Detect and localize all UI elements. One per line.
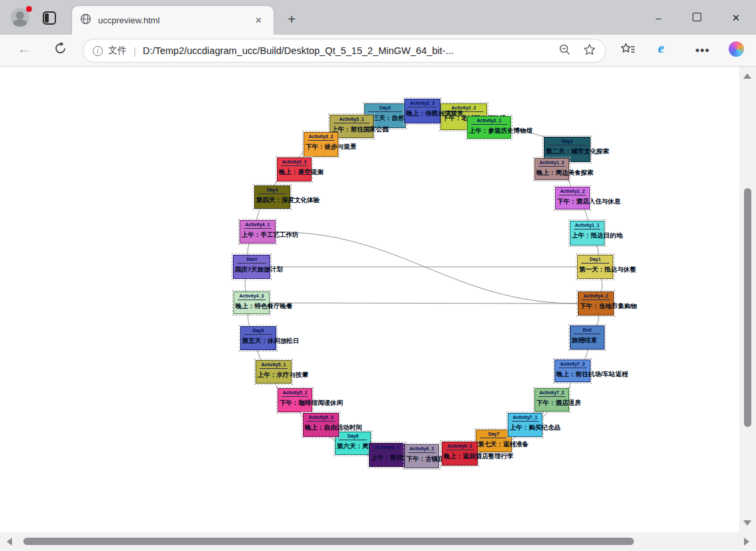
node-title: Activity7_1 — [508, 414, 542, 420]
scroll-left-arrow-icon[interactable] — [7, 538, 12, 546]
node-text: 下午：古镇探索与美食 — [405, 453, 438, 464]
node-text: 上午：抵达目的地 — [571, 229, 604, 240]
node-title: Day7 — [476, 430, 511, 436]
window-close-button[interactable]: ✕ — [726, 9, 746, 27]
workspaces-icon[interactable] — [41, 10, 57, 26]
horizontal-scrollbar[interactable] — [0, 532, 756, 551]
node-title: Day2 — [544, 137, 590, 143]
diagram-node-Activity7_1: Activity7_1上午：购买纪念品 — [508, 413, 542, 437]
diagram-node-Day1: Day1第一天：抵达与休整 — [577, 255, 613, 279]
node-text: 下午：当地市集购物 — [579, 300, 613, 311]
node-text: 晚上：前往机场/车站返程 — [555, 368, 590, 379]
node-title: Activity6_1 — [370, 444, 404, 450]
diagram-node-Activity2_1: Activity2_1上午：参观历史博物馆 — [467, 116, 511, 139]
ie-mode-icon[interactable]: e — [658, 40, 664, 57]
node-title: End — [571, 326, 604, 332]
diagram-node-End: End旅程结束 — [570, 326, 605, 350]
node-text: 晚上：自由活动时间 — [304, 422, 338, 432]
browser-tab[interactable]: uccpreview.html ✕ — [72, 6, 274, 35]
back-button[interactable]: ← — [17, 41, 31, 57]
address-bar[interactable]: i 文件 | D:/Temp2/uccdiagram_ucc/Build/Des… — [83, 39, 606, 63]
diagram-node-Day6: Day6第六天：周边城镇游 — [335, 432, 371, 455]
diagram-node-Activity5_3: Activity5_3晚上：自由活动时间 — [303, 413, 339, 437]
node-text: 晚上：周边美食探索 — [535, 167, 569, 177]
node-title: Day6 — [336, 432, 370, 438]
node-text: 下午：徒步与观景 — [304, 141, 338, 151]
url-scheme-label: 文件 — [108, 45, 127, 57]
page-info-icon[interactable]: i — [93, 46, 103, 56]
diagram-node-Day4: Day4第四天：深度文化体验 — [254, 185, 290, 209]
node-title: Activity2_3 — [405, 99, 440, 105]
diagram-node-Activity2_3: Activity2_3晚上：传统表演观赏 — [404, 99, 440, 123]
diagram-node-Activity7_2: Activity7_2下午：酒店退房 — [534, 388, 569, 412]
node-title: Activity6_2 — [405, 445, 438, 451]
node-text: 晚上：星空观测 — [278, 166, 311, 177]
window-maximize-button[interactable] — [693, 13, 701, 21]
refresh-button[interactable] — [53, 41, 67, 58]
favorite-star-icon[interactable] — [583, 43, 596, 59]
tab-title: uccpreview.html — [98, 15, 252, 25]
node-title: Activity3_2 — [304, 133, 338, 139]
diagram-node-Activity6_3: Activity6_3晚上：返回酒店整理行李 — [442, 442, 478, 466]
node-title: Activity7_2 — [535, 389, 569, 395]
node-title: Day3 — [365, 104, 405, 110]
node-title: Day5 — [241, 327, 276, 333]
vertical-scrollbar[interactable] — [739, 67, 756, 532]
node-title: Start — [234, 255, 270, 261]
node-text: 晚上：传统表演观赏 — [405, 107, 440, 118]
node-text: 上午：参观历史博物馆 — [468, 125, 510, 135]
diagram-node-Activity1_1: Activity1_1上午：抵达目的地 — [570, 221, 605, 245]
diagram-node-Activity1_2: Activity1_2下午：酒店入住与休息 — [555, 187, 590, 209]
profile-button[interactable] — [11, 8, 31, 28]
node-text: 下午：酒店退房 — [535, 397, 569, 408]
settings-more-icon[interactable]: ••• — [695, 44, 710, 58]
node-title: Activity1_3 — [535, 159, 569, 165]
node-title: Activity5_1 — [256, 361, 291, 367]
node-text: 下午：酒店入住与休息 — [556, 195, 589, 206]
node-title: Activity3_3 — [278, 158, 311, 164]
diagram-node-Activity4_3: Activity4_3晚上：特色餐厅晚餐 — [234, 292, 270, 314]
diagram-node-Activity6_2: Activity6_2下午：古镇探索与美食 — [404, 444, 439, 468]
scroll-down-arrow-icon[interactable] — [743, 520, 751, 526]
node-text: 第二天：城市文化探索 — [544, 145, 590, 156]
diagram-node-Activity3_3: Activity3_3晚上：星空观测 — [277, 157, 312, 181]
diagram-node-Activity5_1: Activity5_1上午：水疗与按摩 — [256, 360, 292, 384]
node-text: 第一天：抵达与休整 — [578, 263, 613, 274]
node-text: 第六天：周边城镇游 — [336, 440, 370, 451]
node-title: Day4 — [255, 186, 290, 192]
node-title: Activity3_1 — [330, 115, 373, 121]
diagram-node-Activity3_2: Activity3_2下午：徒步与观景 — [304, 132, 338, 157]
zoom-out-icon[interactable] — [558, 43, 571, 59]
diagram-node-Activity5_2: Activity5_2下午：咖啡馆阅读休闲 — [278, 388, 312, 412]
new-tab-button[interactable]: + — [283, 11, 300, 29]
diagram-layer: Start国庆7天旅游计划End旅程结束Day1第一天：抵达与休整Day2第二天… — [5, 67, 739, 532]
node-title: Activity1_1 — [571, 221, 604, 227]
window-minimize-button[interactable]: – — [649, 9, 669, 27]
globe-favicon-icon — [80, 13, 91, 27]
horizontal-scroll-thumb[interactable] — [23, 538, 634, 545]
node-title: Activity4_2 — [579, 292, 613, 298]
node-text: 第四天：深度文化体验 — [255, 194, 290, 205]
diagram-node-Activity4_1: Activity4_1上午：手工艺工作坊 — [240, 220, 276, 243]
diagram-node-Activity6_1: Activity6_1上午：前往附近古镇 — [369, 443, 405, 467]
node-text: 晚上：特色餐厅晚餐 — [234, 300, 269, 311]
node-text: 第七天：返程准备 — [476, 438, 511, 449]
diagram-node-Activity4_2: Activity4_2下午：当地市集购物 — [578, 292, 614, 316]
node-title: Activity1_2 — [556, 187, 589, 193]
node-title: Activity6_3 — [442, 442, 477, 448]
notification-dot — [26, 6, 32, 12]
scroll-up-arrow-icon[interactable] — [743, 73, 751, 79]
tab-close-icon[interactable]: ✕ — [252, 14, 266, 27]
node-title: Activity2_1 — [468, 117, 510, 123]
node-title: Activity5_2 — [278, 389, 312, 395]
node-title: Activity5_3 — [304, 414, 338, 420]
copilot-icon[interactable] — [729, 41, 744, 57]
node-text: 上午：购买纪念品 — [508, 422, 542, 432]
address-separator: | — [133, 45, 136, 57]
url-text[interactable]: D:/Temp2/uccdiagram_ucc/Build/Desktop_Qt… — [143, 45, 550, 56]
tab-strip: uccpreview.html ✕ + – ✕ — [0, 0, 756, 35]
node-text: 上午：手工艺工作坊 — [240, 229, 275, 239]
favorites-hub-icon[interactable] — [621, 42, 635, 59]
vertical-scroll-thumb[interactable] — [744, 188, 751, 427]
scroll-right-arrow-icon[interactable] — [744, 538, 749, 546]
